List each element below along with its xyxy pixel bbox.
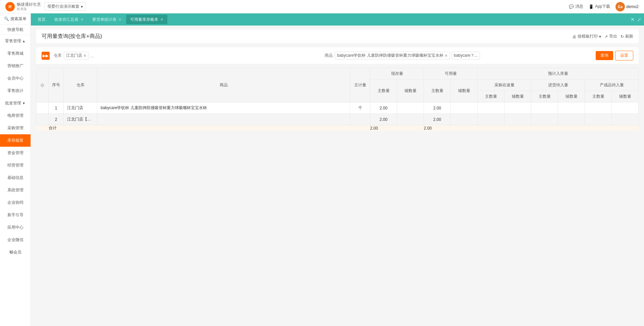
sidebar-item-ops[interactable]: 经营管理 xyxy=(0,159,31,172)
footer-pt-main xyxy=(478,125,504,131)
print-icon: 🖨 xyxy=(572,34,576,39)
tab-bar-actions: ✕ ⤢ xyxy=(631,17,641,22)
chevron-down-icon: ▾ xyxy=(81,4,83,9)
sidebar-item-app-center[interactable]: 应用中心 xyxy=(0,221,31,234)
cell-fp-main-1 xyxy=(585,102,612,114)
export-btn[interactable]: ↗ 导出 xyxy=(604,34,617,39)
sidebar-item-marketing[interactable]: 营销推广 xyxy=(0,60,31,72)
page-content: 可用量查询(按仓库+商品) 🖨 按模板打印 ▾ ↗ 导出 ↻ 刷新 xyxy=(31,26,644,326)
product-tag-1[interactable]: babycare学饮杯 儿童防摔防撞吸管杯重力球吸嘴杯宝宝水杯 ✕ xyxy=(335,52,450,59)
sidebar-item-enterprise-wechat[interactable]: 企业微信 xyxy=(0,234,31,246)
cell-product-1: babycare学饮杯 儿童防摔防撞吸管杯重力球吸嘴杯宝宝水杯 xyxy=(97,102,350,114)
query-button[interactable]: 查询 xyxy=(596,51,613,60)
sidebar-item-inventory-check[interactable]: 库存核算 xyxy=(0,134,31,147)
sidebar-item-retail-mgmt[interactable]: 零售管理 ▲ xyxy=(0,35,31,47)
cell-avail-main-1: 2.00 xyxy=(424,102,451,114)
sidebar-item-wholesale-mgmt[interactable]: 批发管理 ▼ xyxy=(0,97,31,109)
tab-close-available[interactable]: ✕ xyxy=(160,17,163,22)
col-available-header: 可用量 xyxy=(424,68,478,80)
col-unit-header: 主计量 xyxy=(350,68,370,102)
footer-pt-aux xyxy=(504,125,531,131)
account-selector[interactable]: 母婴行业演示账套 ▾ xyxy=(44,2,86,11)
tab-available-inventory[interactable]: 可用量库存账本 ✕ xyxy=(126,15,167,24)
cell-stock-aux-2 xyxy=(397,114,424,125)
cell-fp-aux-1 xyxy=(612,102,639,114)
cell-pt-aux-1 xyxy=(504,102,531,114)
warehouse-tags: 江北门店 ✕ ... xyxy=(64,52,94,59)
table-row: 1 江北门店 babycare学饮杯 儿童防摔防撞吸管杯重力球吸嘴杯宝宝水杯 个… xyxy=(37,102,639,114)
footer-fp-main xyxy=(585,125,612,131)
cell-avail-aux-2 xyxy=(451,114,478,125)
product-tag1-remove[interactable]: ✕ xyxy=(444,53,448,58)
message-btn[interactable]: 💬 消息 xyxy=(569,4,583,9)
refresh-btn[interactable]: ↻ 刷新 xyxy=(621,34,633,39)
sidebar-item-member-center[interactable]: 会员中心 xyxy=(0,72,31,85)
col-pt-aux-header: 辅数量 xyxy=(504,91,531,102)
footer-settings xyxy=(37,125,49,131)
sidebar: 🔍 搜索菜单 快捷导航 零售管理 ▲ 零售商城 营销推广 会员中心 零售统计 批… xyxy=(0,13,31,326)
col-stock-aux-header: 辅数量 xyxy=(397,80,424,102)
warehouse-tag-remove[interactable]: ✕ xyxy=(83,53,87,58)
logo-text: 畅捷通好生意 标准版 xyxy=(17,2,41,11)
warehouse-tag[interactable]: 江北门店 ✕ xyxy=(64,52,89,59)
close-all-tabs-icon[interactable]: ✕ xyxy=(631,17,635,22)
product-tag-2[interactable]: babycare？... xyxy=(451,52,480,59)
cell-stock-main-1: 2.00 xyxy=(370,102,397,114)
filter-actions: 查询 设置 xyxy=(596,51,633,60)
tab-bar: 首页 收发存汇总表 ✕ 要货单统计表 ✕ 可用量库存账本 ✕ ✕ ⤢ xyxy=(31,13,644,26)
sidebar-search[interactable]: 🔍 搜索菜单 xyxy=(0,13,31,25)
footer-ip-main xyxy=(531,125,558,131)
cell-settings xyxy=(37,102,49,114)
sidebar-item-finance[interactable]: 资金管理 xyxy=(0,147,31,159)
tab-demand-stats[interactable]: 要货单统计表 ✕ xyxy=(88,15,125,24)
sidebar-item-member[interactable]: 畅会员 xyxy=(0,246,31,259)
cell-ip-aux-2 xyxy=(558,114,585,125)
product-filter-group: 商品 babycare学饮杯 儿童防摔防撞吸管杯重力球吸嘴杯宝宝水杯 ✕ bab… xyxy=(325,52,592,59)
cell-pt-aux-2 xyxy=(504,114,531,125)
sidebar-item-retail-stats[interactable]: 零售统计 xyxy=(0,85,31,97)
chevron-icon2: ▼ xyxy=(22,101,25,105)
gear-icon[interactable]: ⚙ xyxy=(40,83,45,88)
app-download-btn[interactable]: 📱 App下载 xyxy=(589,4,610,9)
col-no-header: 序号 xyxy=(49,68,64,102)
avatar: Ea xyxy=(615,2,625,11)
cell-settings-2 xyxy=(37,114,49,125)
tab-home[interactable]: 首页 xyxy=(34,15,50,24)
warehouse-filter-more[interactable]: ... xyxy=(90,53,94,58)
sidebar-item-basic-info[interactable]: 基础信息 xyxy=(0,172,31,184)
cell-unit-2 xyxy=(350,114,370,125)
sidebar-item-purchase[interactable]: 采购管理 xyxy=(0,122,31,134)
cell-unit-1: 个 xyxy=(350,102,370,114)
inventory-table: ⚙ 序号 仓库 商品 主计量 现存量 可用量 预计入库量 主数量 xyxy=(36,68,639,131)
col-product-header: 商品 xyxy=(97,68,350,102)
footer-stock-aux xyxy=(397,125,424,131)
logo-icon: 好 xyxy=(5,2,15,11)
table-row: 2 江北门店【... 2.00 2.00 xyxy=(37,114,639,125)
cell-fp-aux-2 xyxy=(612,114,639,125)
footer-avail-main: 2.00 xyxy=(424,125,451,131)
col-ip-main-header: 主数量 xyxy=(531,91,558,102)
print-btn[interactable]: 🖨 按模板打印 ▾ xyxy=(572,34,601,39)
col-incoming-pending-header: 进货待入量 xyxy=(531,80,585,91)
col-incoming-header: 预计入库量 xyxy=(478,68,639,80)
sidebar-item-retail-shop[interactable]: 零售商城 xyxy=(0,47,31,60)
table-container: ⚙ 序号 仓库 商品 主计量 现存量 可用量 预计入库量 主数量 xyxy=(36,68,639,131)
sidebar-item-system[interactable]: 系统管理 xyxy=(0,184,31,196)
footer-stock-main: 2.00 xyxy=(370,125,397,131)
user-area[interactable]: Ea demo2 xyxy=(615,2,639,11)
logo-area: 好 畅捷通好生意 标准版 xyxy=(5,2,41,11)
settings-button[interactable]: 设置 xyxy=(615,51,633,60)
tab-close-demand[interactable]: ✕ xyxy=(118,17,121,22)
sidebar-quick-nav[interactable]: 快捷导航 xyxy=(0,25,31,35)
sidebar-item-new-guide[interactable]: 新手引导 xyxy=(0,209,31,221)
cell-fp-main-2 xyxy=(585,114,612,125)
export-icon: ↗ xyxy=(604,34,608,39)
refresh-icon: ↻ xyxy=(621,34,624,39)
main-layout: 🔍 搜索菜单 快捷导航 零售管理 ▲ 零售商城 营销推广 会员中心 零售统计 批… xyxy=(0,13,644,326)
tab-close-receipt[interactable]: ✕ xyxy=(80,17,84,22)
expand-icon[interactable]: ⤢ xyxy=(637,17,641,22)
tab-receipt-summary[interactable]: 收发存汇总表 ✕ xyxy=(50,15,88,24)
sidebar-item-ecommerce[interactable]: 电商管理 xyxy=(0,109,31,122)
sidebar-item-enterprise-collab[interactable]: 企业协同 xyxy=(0,196,31,209)
filter-expand-btn[interactable]: ▶▶ xyxy=(42,52,50,60)
